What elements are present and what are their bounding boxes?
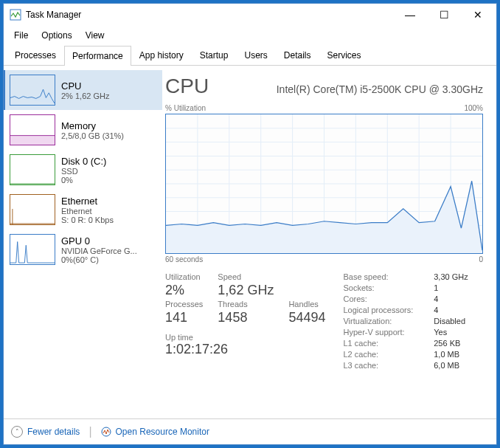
sockets-value: 1 [434,283,468,292]
window-controls: — ☐ ✕ [393,4,495,26]
open-resource-monitor-link[interactable]: Open Resource Monitor [101,427,209,437]
cpu-utilization-graph[interactable] [165,114,483,254]
utilization-label: Utilization [165,272,203,281]
threads-label: Threads [218,300,274,309]
sidebar-item-cpu[interactable]: CPU 2% 1,62 GHz [4,70,162,110]
cores-value: 4 [434,294,468,303]
sidebar-disk-sub1: SSD [61,167,106,176]
sidebar-memory-sub: 2,5/8,0 GB (31%) [61,131,124,140]
maximize-button[interactable]: ☐ [427,4,461,26]
titlebar[interactable]: Task Manager — ☐ ✕ [4,4,496,26]
handles-value: 54494 [288,310,325,325]
sidebar-gpu-title: GPU 0 [61,235,137,247]
window-title: Task Manager [26,10,393,20]
task-manager-window: Task Manager — ☐ ✕ File Options View Pro… [3,3,497,445]
panel-title: CPU [165,75,209,98]
virt-value: Disabled [434,317,468,325]
sidebar: CPU 2% 1,62 GHz Memory 2,5/8,0 GB (31%) … [4,66,162,418]
l3-value: 6,0 MB [434,361,468,370]
close-button[interactable]: ✕ [461,4,495,26]
tabstrip: Processes Performance App history Startu… [4,45,496,66]
chevron-up-icon: ˄ [11,426,23,438]
sidebar-cpu-sub: 2% 1,62 GHz [61,92,109,100]
l2-value: 1,0 MB [434,350,468,359]
uptime-label: Up time [165,333,325,342]
speed-value: 1,62 GHz [218,283,274,298]
disk-mini-graph [10,154,55,185]
sidebar-cpu-title: CPU [61,80,109,92]
sidebar-item-disk[interactable]: Disk 0 (C:) SSD 0% [4,150,162,190]
hyperv-label: Hyper-V support: [343,328,413,337]
logical-label: Logical processors: [343,306,413,314]
resource-monitor-icon [101,427,111,437]
speed-label: Speed [218,272,274,281]
tab-processes[interactable]: Processes [7,45,64,65]
threads-value: 1458 [218,310,274,325]
sidebar-gpu-sub2: 0%(60° C) [61,255,137,264]
tab-startup[interactable]: Startup [192,45,237,65]
sidebar-ethernet-title: Ethernet [61,196,114,207]
tab-performance[interactable]: Performance [64,46,131,66]
handles-label: Handles [288,300,325,309]
hyperv-value: Yes [434,328,468,337]
menu-options[interactable]: Options [35,27,77,44]
sidebar-disk-sub2: 0% [61,176,106,185]
util-label: % Utilization [165,104,206,112]
resource-monitor-label: Open Resource Monitor [116,427,209,437]
app-icon [10,9,21,21]
sidebar-disk-title: Disk 0 (C:) [61,156,106,167]
sidebar-ethernet-sub1: Ethernet [61,207,114,216]
sidebar-item-memory[interactable]: Memory 2,5/8,0 GB (31%) [4,110,162,150]
stats-area: Utilization Speed 2% 1,62 GHz Processes … [165,272,483,370]
menubar: File Options View [4,26,496,45]
base-speed-label: Base speed: [343,272,413,281]
main-panel: CPU Intel(R) Core(TM) i5-2500K CPU @ 3.3… [162,66,496,418]
base-speed-value: 3,30 GHz [434,272,468,281]
menu-view[interactable]: View [80,27,111,44]
virt-label: Virtualization: [343,317,413,325]
logical-value: 4 [434,306,468,314]
sockets-label: Sockets: [343,283,413,292]
processes-label: Processes [165,300,203,309]
util-max: 100% [464,104,483,112]
x-left: 60 seconds [165,255,203,263]
l3-label: L3 cache: [343,361,413,370]
l1-label: L1 cache: [343,339,413,348]
footer: ˄ Fewer details | Open Resource Monitor [4,418,496,444]
fewer-details-button[interactable]: ˄ Fewer details [11,426,80,438]
content-area: CPU 2% 1,62 GHz Memory 2,5/8,0 GB (31%) … [4,66,496,418]
cores-label: Cores: [343,294,413,303]
uptime-value: 1:02:17:26 [165,342,325,357]
footer-separator: | [88,425,91,438]
tab-services[interactable]: Services [319,45,369,65]
x-right: 0 [479,255,483,263]
l2-label: L2 cache: [343,350,413,359]
sidebar-memory-title: Memory [61,120,124,131]
cpu-mini-graph [10,75,55,106]
utilization-value: 2% [165,283,203,298]
sidebar-gpu-sub1: NVIDIA GeForce G... [61,247,137,255]
svg-rect-1 [10,136,55,145]
processes-value: 141 [165,310,203,325]
tab-users[interactable]: Users [236,45,275,65]
tab-details[interactable]: Details [276,45,319,65]
cpu-name: Intel(R) Core(TM) i5-2500K CPU @ 3.30GHz [277,83,483,95]
tab-app-history[interactable]: App history [131,45,192,65]
memory-mini-graph [10,114,55,145]
minimize-button[interactable]: — [393,4,427,26]
ethernet-mini-graph [10,194,55,225]
sidebar-item-gpu[interactable]: GPU 0 NVIDIA GeForce G... 0%(60° C) [4,230,162,269]
fewer-details-label: Fewer details [27,427,80,437]
menu-file[interactable]: File [8,27,34,44]
l1-value: 256 KB [434,339,468,348]
sidebar-item-ethernet[interactable]: Ethernet Ethernet S: 0 R: 0 Kbps [4,190,162,230]
gpu-mini-graph [10,234,55,265]
sidebar-ethernet-sub2: S: 0 R: 0 Kbps [61,216,114,224]
